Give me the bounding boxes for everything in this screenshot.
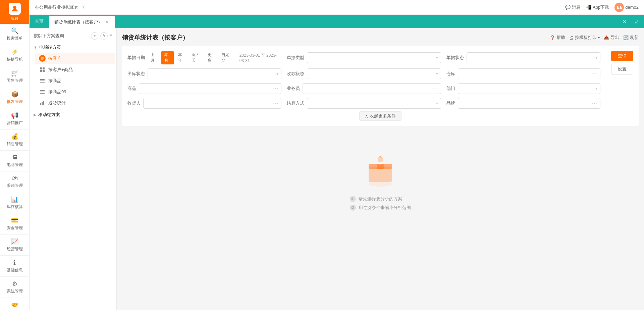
collapse-row: ∧ 收起更多条件: [127, 111, 633, 121]
page-header: 销货单统计表（按客户） ❓ 帮助 🖨 按模板打印 ▾ 📤 导出: [122, 34, 639, 42]
tab-home-label: 首页: [35, 18, 44, 24]
filter-settlement: 结算方式 ▾: [287, 98, 441, 109]
sidebar-item-sales[interactable]: 💰 销售管理: [0, 130, 29, 151]
scheme-item-return-stat[interactable]: 退货统计: [35, 98, 115, 108]
purchase-icon: 🛍: [12, 175, 18, 182]
sidebar-item-label: 快捷导航: [7, 57, 23, 62]
filter-row-1: 单据日期 上月 本月 本年 近7天 更多 自定义 2023-03-01 至 20…: [127, 51, 600, 64]
tab-window-close-btn[interactable]: ✕: [620, 17, 629, 26]
top-nav: 办公用品行业模拟账套 ▾ 💬 消息 📲 App下载 Ea demo2: [30, 0, 644, 15]
page-title: 销货单统计表（按客户）: [122, 34, 189, 42]
sidebar-item-purchase[interactable]: 🛍 采购管理: [0, 171, 29, 192]
scheme-item-by-product-99[interactable]: 按商品99: [35, 87, 115, 97]
dropdown-icon6: ▾: [436, 101, 438, 106]
sidebar-item-marketing[interactable]: 📢 营销推广: [0, 108, 29, 130]
out-status-select[interactable]: ▾: [148, 68, 281, 79]
settings-button[interactable]: 设置: [611, 64, 633, 74]
product-select[interactable]: ···: [139, 83, 281, 94]
sidebar-item-finance[interactable]: 💳 资金管理: [0, 213, 29, 235]
filter-area: 单据日期 上月 本月 本年 近7天 更多 自定义 2023-03-01 至 20…: [122, 46, 639, 126]
svg-rect-5: [40, 79, 45, 80]
scheme-group-mobile-header[interactable]: ▶ 移动端方案: [30, 110, 116, 120]
settlement-select[interactable]: ▾: [307, 98, 441, 109]
filter-brand: 品牌 ···: [446, 98, 600, 109]
sidebar-item-wholesale[interactable]: 📦 批发管理: [0, 87, 29, 108]
sidebar-item-system[interactable]: ⚙ 系统管理: [0, 277, 29, 298]
print-btn[interactable]: 🖨 按模板打印 ▾: [569, 35, 600, 41]
finance-icon: 💳: [11, 217, 18, 224]
query-button[interactable]: 查询: [611, 51, 633, 61]
scheme-actions: + ✎ «: [91, 32, 112, 40]
scheme-item-by-customer[interactable]: 客 按客户: [35, 53, 115, 64]
filter-product: 商品 ···: [127, 83, 281, 94]
scheme-edit-btn[interactable]: ✎: [100, 32, 108, 40]
scheme-collapse-btn[interactable]: «: [110, 32, 112, 40]
refresh-btn[interactable]: 🔄 刷新: [623, 35, 639, 41]
filter-out-status: 出库状态 ▾: [127, 68, 281, 79]
order-type-select[interactable]: ▾: [307, 52, 441, 63]
sidebar-item-retail[interactable]: 🛒 零售管理: [0, 66, 29, 87]
sidebar-item-label: 采购管理: [7, 183, 23, 189]
scheme-item-label: 按商品: [48, 78, 61, 84]
svg-rect-13: [43, 101, 44, 105]
sidebar-item-label: 营销推广: [7, 120, 23, 126]
tip-text-1: 请先选择要分析的方案: [359, 196, 402, 202]
department-select[interactable]: ▾: [458, 83, 600, 94]
tab-expand-btn[interactable]: ⤢: [632, 17, 641, 26]
date-tab-more[interactable]: 更多: [205, 51, 217, 64]
svg-rect-10: [40, 93, 45, 94]
payment-status-select[interactable]: ▾: [307, 68, 441, 79]
warehouse-label: 仓库: [446, 71, 455, 77]
tab-close-btn[interactable]: ✕: [104, 19, 110, 25]
sidebar-item-label: 搜索菜单: [7, 36, 23, 41]
user-profile-btn[interactable]: Ea demo2: [614, 3, 639, 12]
date-tab-7days[interactable]: 近7天: [189, 51, 203, 64]
scheme-item-by-product[interactable]: 按商品: [35, 75, 115, 86]
user-name-label: demo2: [625, 5, 639, 10]
dots-icon4: ···: [273, 100, 278, 106]
collapse-conditions-btn[interactable]: ∧ 收起更多条件: [359, 111, 401, 121]
sidebar-item-operations[interactable]: 📈 经营管理: [0, 235, 29, 256]
sidebar-item-corp-agreement[interactable]: 🤝 企业协同: [0, 298, 29, 310]
warehouse-select[interactable]: ···: [458, 68, 600, 79]
date-tab-this-year[interactable]: 本年: [175, 51, 187, 64]
sidebar-item-basic[interactable]: ℹ 基础信息: [0, 256, 29, 277]
sidebar-item-search[interactable]: 🔍 搜索菜单: [0, 24, 29, 45]
scheme-header: 按以下方案查询 + ✎ «: [30, 32, 116, 42]
sidebar-item-ecommerce[interactable]: 🖥 电商管理: [0, 151, 29, 171]
chevron-up-icon: ∧: [365, 114, 368, 119]
content-area: 销货单统计表（按客户） ❓ 帮助 🖨 按模板打印 ▾ 📤 导出: [117, 28, 644, 310]
receiver-select[interactable]: ···: [143, 98, 281, 109]
tab-sales-stat[interactable]: 销货单统计表（按客户） ✕: [49, 16, 115, 28]
tab-sales-stat-label: 销货单统计表（按客户）: [54, 19, 102, 25]
sidebar-item-inventory[interactable]: 📊 库存核算: [0, 192, 29, 213]
export-btn[interactable]: 📤 导出: [604, 35, 619, 41]
help-btn[interactable]: ❓ 帮助: [550, 35, 565, 41]
scheme-group-pc-header[interactable]: ▼ 电脑端方案: [30, 42, 116, 52]
filter-warehouse: 仓库 ···: [446, 68, 600, 79]
dropdown-icon2: ▾: [595, 55, 597, 60]
svg-rect-6: [40, 81, 45, 81]
tab-home[interactable]: 首页: [30, 15, 49, 28]
sidebar-item-quick-nav[interactable]: ⚡ 快捷导航: [0, 45, 29, 66]
order-status-select[interactable]: ▾: [467, 52, 600, 63]
marketing-icon: 📢: [11, 112, 18, 119]
sidebar-item-label: 系统管理: [7, 289, 23, 294]
dots-icon5: ···: [592, 100, 597, 106]
empty-tips: ① 请先选择要分析的方案 ② 用过滤条件来缩小分析范围: [350, 196, 411, 213]
print-icon: 🖨: [569, 35, 574, 40]
message-btn[interactable]: 💬 消息: [565, 4, 581, 10]
salesperson-select[interactable]: ···: [303, 83, 441, 94]
date-tab-this-month[interactable]: 本月: [161, 51, 174, 64]
order-type-label: 单据类型: [287, 55, 304, 61]
app-download-btn[interactable]: 📲 App下载: [586, 4, 609, 10]
date-tab-custom[interactable]: 自定义: [218, 51, 234, 64]
scheme-item-by-customer-product[interactable]: 按客户+商品: [35, 64, 115, 75]
sidebar-item-label: 库存核算: [7, 204, 23, 210]
brand-select[interactable]: ···: [458, 98, 600, 109]
date-tab-last-month[interactable]: 上月: [148, 51, 160, 64]
sales-icon: 💰: [11, 133, 18, 140]
order-status-label: 单据状态: [446, 55, 464, 61]
scheme-add-btn[interactable]: +: [91, 32, 98, 40]
top-nav-right: 💬 消息 📲 App下载 Ea demo2: [565, 3, 639, 12]
